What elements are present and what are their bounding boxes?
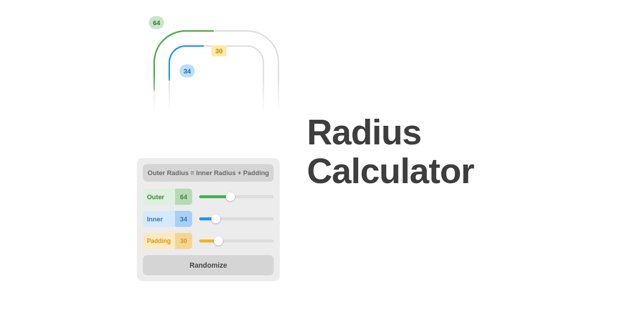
inner-value-badge: 34 <box>180 64 195 77</box>
outer-value-text: 64 <box>175 189 192 205</box>
radius-preview: 64 30 34 <box>141 5 292 136</box>
inner-label-chip: Inner 34 <box>143 211 192 227</box>
formula-display: Outer Radius = Inner Radius + Padding <box>143 164 274 182</box>
padding-slider-row: Padding 30 <box>143 233 274 249</box>
inner-label-text: Inner <box>143 211 175 227</box>
padding-slider[interactable] <box>199 239 274 243</box>
page-title: Radius Calculator <box>307 113 474 191</box>
outer-label-chip: Outer 64 <box>143 189 192 205</box>
outer-value-badge: 64 <box>149 16 164 29</box>
outer-label-text: Outer <box>143 189 175 205</box>
randomize-button[interactable]: Randomize <box>143 255 274 275</box>
inner-slider-row: Inner 34 <box>143 211 274 227</box>
padding-label-text: Padding <box>143 233 175 249</box>
padding-value-text: 30 <box>175 233 192 249</box>
outer-slider-thumb[interactable] <box>226 192 235 201</box>
inner-value-text: 34 <box>175 211 192 227</box>
padding-slider-thumb[interactable] <box>214 236 223 246</box>
title-line-2: Calculator <box>307 152 474 191</box>
padding-label-chip: Padding 30 <box>143 233 192 249</box>
inner-slider-thumb[interactable] <box>211 214 220 223</box>
title-line-1: Radius <box>307 113 474 152</box>
inner-slider[interactable] <box>199 217 274 220</box>
outer-slider-row: Outer 64 <box>143 189 274 205</box>
controls-panel: Outer Radius = Inner Radius + Padding Ou… <box>137 158 280 281</box>
outer-slider[interactable] <box>199 195 274 198</box>
padding-value-badge: 30 <box>211 45 226 56</box>
